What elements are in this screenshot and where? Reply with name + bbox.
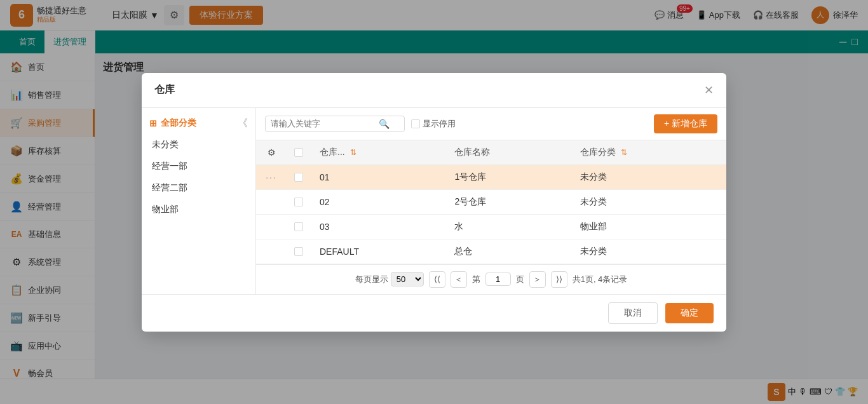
grid-icon: ⊞ bbox=[149, 118, 157, 128]
table-header-row: ⚙ 仓库... ⇅ 仓库名称 bbox=[256, 140, 726, 165]
pagination-row: 每页显示 50 20 100 ⟨⟨ ＜ 第 页 ＞ ⟩⟩ 共1页, 4条记录 bbox=[256, 264, 726, 294]
page-label: 第 bbox=[472, 274, 480, 285]
category-item-dept2[interactable]: 经营二部 bbox=[142, 177, 255, 199]
cancel-button[interactable]: 取消 bbox=[608, 302, 658, 324]
category-header: ⊞ 全部分类 《 bbox=[142, 113, 255, 134]
td-check-2 bbox=[287, 189, 312, 214]
td-code-1: 01 bbox=[312, 165, 447, 189]
td-settings-4 bbox=[256, 239, 287, 264]
row-checkbox-4[interactable] bbox=[294, 247, 303, 256]
search-icon[interactable]: 🔍 bbox=[379, 119, 390, 129]
page-unit: 页 bbox=[516, 274, 524, 285]
header-checkbox[interactable] bbox=[294, 148, 303, 157]
confirm-button[interactable]: 确定 bbox=[665, 303, 714, 323]
page-size-select[interactable]: 50 20 100 bbox=[391, 272, 424, 286]
page-input[interactable] bbox=[485, 273, 511, 286]
sort-icon-category[interactable]: ⇅ bbox=[621, 148, 627, 157]
td-name-2: 2号仓库 bbox=[447, 189, 573, 214]
category-item-property[interactable]: 物业部 bbox=[142, 199, 255, 220]
dialog-close-button[interactable]: ✕ bbox=[704, 83, 714, 97]
per-page-label: 每页显示 bbox=[355, 274, 388, 285]
td-check-4 bbox=[287, 239, 312, 264]
table-row[interactable]: 03 水 物业部 bbox=[256, 214, 726, 239]
td-code-4: DEFAULT bbox=[312, 239, 447, 264]
add-warehouse-button[interactable]: + 新增仓库 bbox=[654, 114, 717, 133]
show-disabled-checkbox[interactable] bbox=[411, 119, 420, 128]
td-name-4: 总仓 bbox=[447, 239, 573, 264]
dialog-footer: 取消 确定 bbox=[142, 294, 726, 332]
td-settings-3 bbox=[256, 214, 287, 239]
th-category: 仓库分类 ⇅ bbox=[573, 140, 726, 165]
warehouse-table-wrap: ⚙ 仓库... ⇅ 仓库名称 bbox=[256, 140, 726, 264]
dialog-header: 仓库 ✕ bbox=[142, 73, 726, 108]
th-code: 仓库... ⇅ bbox=[312, 140, 447, 165]
next-page-button[interactable]: ＞ bbox=[529, 271, 546, 288]
show-disabled-text: 显示停用 bbox=[423, 118, 456, 130]
table-row[interactable]: DEFAULT 总仓 未分类 bbox=[256, 239, 726, 264]
prev-page-button[interactable]: ＜ bbox=[451, 271, 467, 288]
row-checkbox-1[interactable] bbox=[294, 173, 303, 182]
toolbar-row: 🔍 显示停用 + 新增仓库 bbox=[256, 108, 726, 140]
th-name: 仓库名称 bbox=[447, 140, 573, 165]
td-code-3: 03 bbox=[312, 214, 447, 239]
td-name-3: 水 bbox=[447, 214, 573, 239]
td-settings-1: ··· bbox=[256, 165, 287, 189]
collapse-icon[interactable]: 《 bbox=[238, 117, 248, 130]
td-code-2: 02 bbox=[312, 189, 447, 214]
category-all-button[interactable]: ⊞ 全部分类 bbox=[149, 118, 196, 129]
th-settings: ⚙ bbox=[256, 140, 287, 165]
category-panel: ⊞ 全部分类 《 未分类 经营一部 经营二部 物业部 bbox=[142, 108, 256, 294]
first-page-button[interactable]: ⟨⟨ bbox=[429, 271, 445, 288]
row-action-1[interactable]: ··· bbox=[266, 172, 277, 182]
th-code-label: 仓库... bbox=[320, 147, 345, 157]
row-checkbox-2[interactable] bbox=[294, 198, 303, 206]
modal-overlay: 仓库 ✕ ⊞ 全部分类 《 未分类 经营一部 经营二部 物业部 bbox=[0, 0, 868, 404]
warehouse-dialog: 仓库 ✕ ⊞ 全部分类 《 未分类 经营一部 经营二部 物业部 bbox=[142, 73, 726, 332]
table-body: ··· 01 1号仓库 未分类 02 2号仓库 bbox=[256, 165, 726, 264]
th-category-label: 仓库分类 bbox=[580, 147, 616, 157]
per-page-selector: 每页显示 50 20 100 bbox=[355, 272, 424, 286]
search-input[interactable] bbox=[271, 119, 379, 128]
category-all-label: 全部分类 bbox=[161, 118, 196, 129]
sort-icon-code[interactable]: ⇅ bbox=[350, 148, 356, 157]
td-category-2: 未分类 bbox=[573, 189, 726, 214]
warehouse-table: ⚙ 仓库... ⇅ 仓库名称 bbox=[256, 140, 726, 264]
td-check-1 bbox=[287, 165, 312, 189]
td-settings-2 bbox=[256, 189, 287, 214]
last-page-button[interactable]: ⟩⟩ bbox=[551, 271, 567, 288]
dialog-body: ⊞ 全部分类 《 未分类 经营一部 经营二部 物业部 🔍 bbox=[142, 108, 726, 294]
total-records: 共1页, 4条记录 bbox=[573, 274, 628, 285]
right-panel: 🔍 显示停用 + 新增仓库 ⚙ bbox=[256, 108, 726, 294]
td-category-3: 物业部 bbox=[573, 214, 726, 239]
settings-col-icon: ⚙ bbox=[268, 147, 276, 158]
category-item-dept1[interactable]: 经营一部 bbox=[142, 156, 255, 177]
td-category-1: 未分类 bbox=[573, 165, 726, 189]
th-checkbox bbox=[287, 140, 312, 165]
td-name-1: 1号仓库 bbox=[447, 165, 573, 189]
th-name-label: 仓库名称 bbox=[454, 147, 490, 157]
show-disabled-label[interactable]: 显示停用 bbox=[411, 118, 456, 130]
search-box: 🔍 bbox=[265, 116, 405, 132]
td-category-4: 未分类 bbox=[573, 239, 726, 264]
table-row[interactable]: ··· 01 1号仓库 未分类 bbox=[256, 165, 726, 189]
row-checkbox-3[interactable] bbox=[294, 222, 303, 231]
category-item-unclassified[interactable]: 未分类 bbox=[142, 134, 255, 156]
table-row[interactable]: 02 2号仓库 未分类 bbox=[256, 189, 726, 214]
td-check-3 bbox=[287, 214, 312, 239]
dialog-title: 仓库 bbox=[154, 83, 175, 97]
